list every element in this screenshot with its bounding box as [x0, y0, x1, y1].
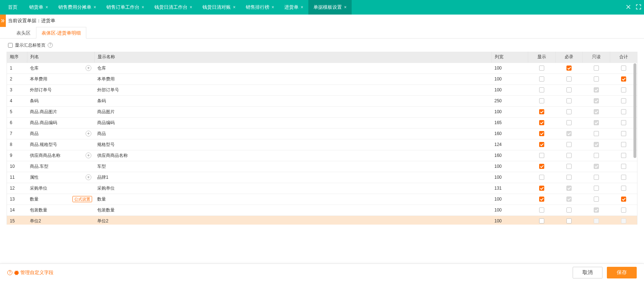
area-tab[interactable]: 表头区	[11, 27, 36, 39]
cell-width[interactable]: 250	[491, 95, 528, 106]
help-icon[interactable]: ?	[48, 43, 53, 48]
total-checkbox[interactable]	[621, 142, 626, 147]
close-icon[interactable]: ×	[94, 5, 96, 10]
show-checkbox[interactable]	[539, 76, 544, 82]
cell-width[interactable]: 165	[491, 117, 528, 128]
formula-button[interactable]: 公式设置	[72, 196, 92, 202]
total-checkbox[interactable]	[621, 87, 626, 92]
expand-icon[interactable]: +	[86, 65, 91, 71]
cell-display-name[interactable]: 外部订单号	[94, 84, 491, 95]
table-row[interactable]: 4条码条码250	[7, 95, 637, 106]
total-checkbox[interactable]	[621, 175, 626, 180]
required-checkbox[interactable]	[566, 98, 572, 103]
readonly-checkbox[interactable]	[594, 153, 599, 158]
table-row[interactable]: 11属性+品牌1100	[7, 172, 637, 183]
top-tab[interactable]: 销售排行榜×	[241, 0, 279, 15]
cell-width[interactable]: 160	[491, 150, 528, 161]
required-checkbox[interactable]	[566, 218, 572, 223]
required-checkbox[interactable]	[566, 66, 572, 71]
total-checkbox[interactable]	[621, 76, 626, 82]
cell-width[interactable]: 100	[491, 172, 528, 183]
total-checkbox[interactable]	[621, 207, 626, 213]
close-icon[interactable]: ×	[301, 5, 303, 10]
required-checkbox[interactable]	[566, 76, 572, 82]
show-checkbox[interactable]	[539, 98, 544, 103]
cell-width[interactable]: 100	[491, 194, 528, 205]
readonly-checkbox[interactable]	[594, 131, 599, 136]
show-checkbox[interactable]	[539, 175, 544, 180]
readonly-checkbox[interactable]	[594, 76, 599, 82]
table-row[interactable]: 12采购单位采购单位131	[7, 183, 637, 194]
show-checkbox[interactable]	[539, 153, 544, 158]
top-tab[interactable]: 销售费用分摊单×	[53, 0, 101, 15]
show-checkbox[interactable]	[539, 120, 544, 125]
table-row[interactable]: 6商品.商品编码商品编码165	[7, 117, 637, 128]
table-row[interactable]: 3外部订单号外部订单号100	[7, 84, 637, 95]
total-checkbox[interactable]	[621, 109, 626, 114]
show-checkbox[interactable]	[539, 87, 544, 92]
close-icon[interactable]: ×	[344, 5, 347, 10]
readonly-checkbox[interactable]	[594, 66, 599, 71]
cell-width[interactable]: 100	[491, 106, 528, 117]
required-checkbox[interactable]	[566, 153, 572, 158]
cell-display-name[interactable]: 规格型号	[94, 139, 491, 150]
top-tab[interactable]: 首页	[1, 0, 24, 15]
table-row[interactable]: 14包装数量包装数量100	[7, 205, 637, 215]
cell-display-name[interactable]: 仓库	[94, 63, 491, 74]
required-checkbox[interactable]	[566, 142, 572, 147]
scrollbar-thumb[interactable]	[633, 63, 636, 158]
readonly-checkbox[interactable]	[594, 175, 599, 180]
expand-icon[interactable]: +	[86, 131, 91, 136]
required-checkbox[interactable]	[566, 120, 572, 125]
required-checkbox[interactable]	[566, 207, 572, 213]
table-row[interactable]: 2本单费用本单费用100	[7, 74, 637, 84]
show-checkbox[interactable]	[539, 186, 544, 191]
cell-width[interactable]: 100	[491, 63, 528, 74]
cell-display-name[interactable]: 供应商商品名称	[94, 150, 491, 161]
cell-display-name[interactable]: 车型	[94, 161, 491, 172]
cell-width[interactable]: 131	[491, 183, 528, 194]
total-checkbox[interactable]	[621, 120, 626, 125]
show-checkbox[interactable]	[539, 218, 544, 223]
top-tab[interactable]: 钱货日清工作台×	[149, 0, 197, 15]
close-icon[interactable]: ×	[190, 5, 192, 10]
top-tab[interactable]: 钱货日清对账×	[197, 0, 241, 15]
total-checkbox[interactable]	[621, 164, 626, 169]
top-tab[interactable]: 销售订单工作台×	[101, 0, 149, 15]
show-checkbox[interactable]	[539, 66, 544, 71]
cell-width[interactable]: 100	[491, 161, 528, 172]
expand-icon[interactable]: +	[86, 153, 91, 158]
cell-width[interactable]: 100	[491, 205, 528, 215]
cell-width[interactable]: 124	[491, 139, 528, 150]
required-checkbox[interactable]	[566, 175, 572, 180]
close-icon[interactable]: ×	[233, 5, 236, 10]
total-checkbox[interactable]	[621, 131, 626, 136]
readonly-checkbox[interactable]	[594, 197, 599, 202]
table-row[interactable]: 1仓库+仓库100	[7, 63, 637, 74]
cell-display-name[interactable]: 商品	[94, 128, 491, 139]
total-checkbox[interactable]	[621, 197, 626, 202]
fullscreen-icon[interactable]	[636, 4, 641, 11]
table-row[interactable]: 9供应商商品名称+供应商商品名称160	[7, 150, 637, 161]
table-row[interactable]: 7商品+商品160	[7, 128, 637, 139]
total-checkbox[interactable]	[621, 153, 626, 158]
close-icon[interactable]: ×	[272, 5, 274, 10]
required-checkbox[interactable]	[566, 109, 572, 114]
cell-width[interactable]: 100	[491, 74, 528, 84]
cell-display-name[interactable]: 条码	[94, 95, 491, 106]
total-checkbox[interactable]	[621, 98, 626, 103]
table-row[interactable]: 10商品.车型车型100	[7, 161, 637, 172]
show-checkbox[interactable]	[539, 131, 544, 136]
show-checkbox[interactable]	[539, 164, 544, 169]
cell-display-name[interactable]: 单位2	[94, 215, 491, 225]
table-row[interactable]: 5商品.商品图片商品图片100	[7, 106, 637, 117]
show-checkbox[interactable]	[539, 109, 544, 114]
collapse-arrow-button[interactable]	[0, 15, 6, 27]
close-all-tabs-icon[interactable]	[626, 4, 631, 11]
cell-width[interactable]: 100	[491, 84, 528, 95]
table-row[interactable]: 13数量公式设置数量100	[7, 194, 637, 205]
show-checkbox[interactable]	[539, 207, 544, 213]
cell-width[interactable]: 160	[491, 128, 528, 139]
table-row[interactable]: 8商品.规格型号规格型号124	[7, 139, 637, 150]
show-checkbox[interactable]	[539, 197, 544, 202]
